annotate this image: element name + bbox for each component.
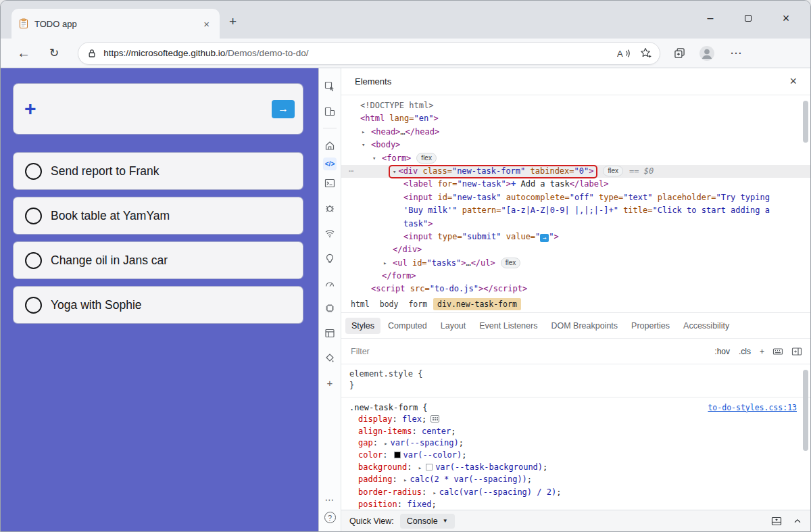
dom-node[interactable]: </form>: [341, 270, 810, 283]
expand-value-icon[interactable]: ▸: [384, 440, 387, 447]
filter-input[interactable]: [349, 346, 706, 357]
browser-menu-icon[interactable]: ⋯: [730, 46, 742, 60]
tab-dom-breakpoints[interactable]: DOM Breakpoints: [545, 318, 624, 334]
new-task-form[interactable]: + →: [13, 83, 303, 135]
network-icon[interactable]: [319, 220, 341, 245]
dom-node[interactable]: <script src="to-do.js"></script>: [341, 283, 810, 295]
dom-node[interactable]: 'Buy milk'" pattern="[a-z|A-Z|0-9| |,|;|…: [341, 204, 810, 217]
dom-node[interactable]: ⋯▾<div class="new-task-form" tabindex="0…: [341, 165, 810, 178]
dom-node[interactable]: <input id="new-task" autocomplete="off" …: [341, 191, 810, 204]
flex-editor-icon[interactable]: [431, 415, 439, 422]
css-property[interactable]: align-items: center;: [341, 426, 810, 437]
dom-node[interactable]: ▸<ul id="tasks">…</ul>flex: [341, 257, 810, 270]
stylesheet-link[interactable]: to-do-styles.css:13: [708, 402, 797, 414]
performance-insights-icon[interactable]: [319, 245, 341, 270]
twisty-icon[interactable]: ▾: [372, 152, 376, 165]
flex-badge[interactable]: flex: [603, 166, 623, 177]
dom-node[interactable]: <html lang="en">: [341, 112, 810, 125]
collections-icon[interactable]: [674, 47, 685, 59]
dom-node[interactable]: <!DOCTYPE html>: [341, 99, 810, 112]
task-item[interactable]: Book table at YamYam: [13, 197, 303, 235]
minimize-button[interactable]: –: [691, 5, 729, 32]
filter-control[interactable]: :hov: [714, 347, 730, 356]
tab-layout[interactable]: Layout: [435, 318, 472, 334]
dom-node[interactable]: task">: [341, 218, 810, 231]
address-bar[interactable]: https://microsoftedge.github.io/Demos/de…: [78, 42, 660, 65]
performance-gauge-icon[interactable]: [319, 270, 341, 295]
favorites-star-icon[interactable]: [640, 47, 652, 59]
application-icon[interactable]: [319, 320, 341, 345]
dock-panel-icon[interactable]: [771, 516, 782, 527]
css-property[interactable]: color: var(--color);: [341, 450, 810, 461]
task-checkbox-icon[interactable]: [25, 163, 42, 180]
breadcrumb-item[interactable]: form: [404, 298, 431, 310]
color-swatch[interactable]: [426, 464, 433, 470]
css-property[interactable]: border-radius: ▸calc(var(--spacing) / 2)…: [341, 487, 810, 499]
quick-view-select[interactable]: Console ▼: [400, 514, 455, 529]
dom-node[interactable]: </div>: [341, 243, 810, 256]
tab-styles[interactable]: Styles: [345, 318, 380, 334]
tab-todo-app[interactable]: TODO app ×: [11, 9, 220, 39]
dom-node[interactable]: <label for="new-task">+ Add a task</labe…: [341, 178, 810, 191]
console-panel-icon[interactable]: [319, 170, 341, 195]
css-property[interactable]: position: fixed;: [341, 499, 810, 510]
lock-icon[interactable]: [87, 48, 97, 59]
refresh-button[interactable]: ↻: [49, 46, 59, 60]
expand-chevron-icon[interactable]: [793, 516, 802, 526]
maximize-button[interactable]: [729, 5, 767, 32]
elements-panel-icon[interactable]: </>: [323, 158, 337, 170]
dom-scrollbar[interactable]: [803, 101, 808, 143]
rule-selector[interactable]: .new-task-form {: [349, 402, 428, 414]
filter-control[interactable]: +: [760, 347, 764, 356]
expand-value-icon[interactable]: ▸: [418, 464, 422, 471]
tab-accessibility[interactable]: Accessibility: [677, 318, 735, 334]
dom-node[interactable]: ▾<body>: [341, 139, 810, 151]
element-style-open[interactable]: element.style {: [341, 368, 810, 380]
css-property[interactable]: background: ▸var(--task-background);: [341, 462, 810, 474]
devtools-close-icon[interactable]: ×: [789, 74, 797, 89]
rendering-emulation-icon[interactable]: [772, 346, 783, 357]
breadcrumb-item[interactable]: body: [376, 298, 403, 310]
task-checkbox-icon[interactable]: [25, 208, 42, 224]
task-item[interactable]: Change oil in Jans car: [13, 241, 303, 279]
css-property[interactable]: gap: ▸var(--spacing);: [341, 437, 810, 450]
task-checkbox-icon[interactable]: [25, 252, 42, 269]
close-button[interactable]: ×: [767, 5, 805, 32]
twisty-icon[interactable]: ▾: [393, 168, 396, 175]
flex-badge[interactable]: flex: [501, 258, 521, 269]
css-property[interactable]: display: flex;: [341, 414, 810, 425]
back-button[interactable]: ←: [17, 45, 30, 61]
read-aloud-icon[interactable]: A: [617, 48, 631, 59]
twisty-icon[interactable]: ▸: [362, 126, 365, 139]
inspect-icon[interactable]: [319, 74, 341, 99]
computed-sidebar-toggle-icon[interactable]: [791, 346, 802, 357]
submit-task-button[interactable]: →: [272, 100, 295, 118]
help-icon[interactable]: ?: [324, 512, 336, 523]
styles-paint-icon[interactable]: [319, 345, 341, 370]
activity-more-icon[interactable]: ⋯: [325, 494, 335, 505]
tab-close-icon[interactable]: ×: [200, 18, 213, 30]
color-swatch[interactable]: [394, 452, 401, 458]
dom-node[interactable]: ▸<head>…</head>: [341, 126, 810, 139]
expand-value-icon[interactable]: ▸: [433, 489, 436, 496]
tab-computed[interactable]: Computed: [382, 318, 433, 334]
tab-properties[interactable]: Properties: [625, 318, 676, 334]
task-checkbox-icon[interactable]: [25, 297, 42, 314]
dom-node[interactable]: <input type="submit" value="→">: [341, 231, 810, 243]
add-tools-icon[interactable]: +: [319, 370, 341, 395]
flex-badge[interactable]: flex: [416, 153, 437, 164]
breadcrumb-item[interactable]: html: [347, 298, 374, 310]
tab-event-listeners[interactable]: Event Listeners: [473, 318, 543, 334]
device-emulation-icon[interactable]: [319, 99, 341, 124]
css-property[interactable]: padding: ▸calc(2 * var(--spacing));: [341, 474, 810, 486]
profile-avatar[interactable]: [699, 45, 715, 62]
styles-scrollbar[interactable]: [803, 370, 808, 451]
dom-node[interactable]: ▾<form>flex: [341, 152, 810, 165]
twisty-icon[interactable]: ▸: [383, 257, 387, 270]
memory-chip-icon[interactable]: [319, 295, 341, 320]
new-tab-button[interactable]: +: [229, 14, 237, 29]
filter-control[interactable]: .cls: [739, 347, 751, 356]
welcome-home-icon[interactable]: [319, 132, 341, 158]
task-item[interactable]: Yoga with Sophie: [13, 286, 303, 324]
task-item[interactable]: Send report to Frank: [13, 152, 303, 190]
